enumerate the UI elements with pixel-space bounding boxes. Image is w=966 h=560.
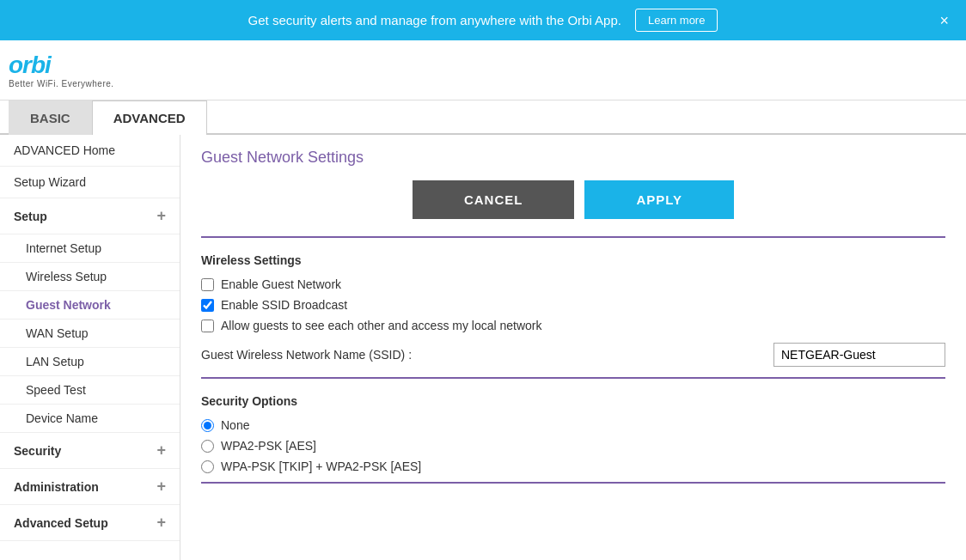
sidebar-item-security[interactable]: Security + [0, 433, 180, 469]
top-bar: orbi Better WiFi. Everywhere. [0, 40, 966, 100]
page-title: Guest Network Settings [201, 149, 945, 167]
sidebar-item-wireless-setup[interactable]: Wireless Setup [0, 263, 180, 291]
mid-divider [201, 377, 945, 379]
ssid-label: Guest Wireless Network Name (SSID) : [201, 348, 412, 362]
tab-bar: BASIC ADVANCED [0, 100, 966, 135]
setup-expand-icon: + [156, 207, 166, 225]
security-radio-wpa-mixed[interactable] [201, 460, 214, 473]
bottom-divider [201, 482, 945, 484]
allow-guests-checkbox[interactable] [201, 320, 214, 332]
enable-guest-network-checkbox[interactable] [201, 278, 214, 291]
tab-advanced[interactable]: ADVANCED [92, 100, 207, 135]
logo-name: orbi [9, 52, 51, 79]
enable-ssid-broadcast-row: Enable SSID Broadcast [201, 298, 945, 312]
sidebar-item-guest-network[interactable]: Guest Network [0, 291, 180, 320]
security-expand-icon: + [156, 441, 166, 460]
allow-guests-row: Allow guests to see each other and acces… [201, 319, 945, 332]
administration-expand-icon: + [156, 478, 166, 496]
banner-text: Get security alerts and manage from anyw… [248, 13, 621, 27]
allow-guests-label[interactable]: Allow guests to see each other and acces… [201, 319, 542, 332]
banner-close-button[interactable]: × [939, 13, 949, 28]
sidebar-item-setup[interactable]: Setup + [0, 198, 180, 234]
security-option-wpa2[interactable]: WPA2-PSK [AES] [201, 439, 945, 453]
enable-guest-network-label[interactable]: Enable Guest Network [201, 277, 341, 291]
ssid-input[interactable] [773, 343, 945, 367]
main-layout: ADVANCED Home Setup Wizard Setup + Inter… [0, 135, 966, 560]
enable-ssid-broadcast-checkbox[interactable] [201, 299, 214, 312]
sidebar-item-wan-setup[interactable]: WAN Setup [0, 320, 180, 348]
enable-ssid-broadcast-label[interactable]: Enable SSID Broadcast [201, 298, 347, 312]
ssid-row: Guest Wireless Network Name (SSID) : [201, 343, 945, 367]
apply-button[interactable]: APPLY [584, 180, 734, 219]
logo-area: orbi Better WiFi. Everywhere. [9, 52, 114, 88]
content-area: Guest Network Settings CANCEL APPLY Wire… [180, 135, 966, 560]
security-options-title: Security Options [201, 394, 945, 408]
top-divider [201, 236, 945, 238]
cancel-button[interactable]: CANCEL [413, 180, 575, 219]
sidebar-item-device-name[interactable]: Device Name [0, 405, 180, 433]
security-option-none[interactable]: None [201, 418, 945, 432]
tab-basic[interactable]: BASIC [9, 100, 92, 135]
security-options-group: None WPA2-PSK [AES] WPA-PSK [TKIP] + WPA… [201, 418, 945, 473]
sidebar-item-lan-setup[interactable]: LAN Setup [0, 348, 180, 376]
sidebar-item-speed-test[interactable]: Speed Test [0, 376, 180, 405]
sidebar-item-advanced-setup[interactable]: Advanced Setup + [0, 505, 180, 541]
enable-guest-network-row: Enable Guest Network [201, 277, 945, 291]
sidebar-item-setup-wizard[interactable]: Setup Wizard [0, 167, 180, 198]
learn-more-button[interactable]: Learn more [635, 9, 718, 32]
sidebar-item-advanced-home[interactable]: ADVANCED Home [0, 135, 180, 167]
action-row: CANCEL APPLY [201, 180, 945, 219]
security-radio-wpa2[interactable] [201, 440, 214, 453]
sidebar-item-administration[interactable]: Administration + [0, 469, 180, 505]
sidebar: ADVANCED Home Setup Wizard Setup + Inter… [0, 135, 180, 560]
advanced-setup-expand-icon: + [156, 514, 166, 532]
notification-banner: Get security alerts and manage from anyw… [0, 0, 966, 40]
security-radio-none[interactable] [201, 419, 214, 432]
security-option-wpa-mixed[interactable]: WPA-PSK [TKIP] + WPA2-PSK [AES] [201, 460, 945, 473]
sidebar-item-internet-setup[interactable]: Internet Setup [0, 234, 180, 263]
wireless-settings-title: Wireless Settings [201, 253, 945, 267]
logo-tagline: Better WiFi. Everywhere. [9, 79, 114, 88]
